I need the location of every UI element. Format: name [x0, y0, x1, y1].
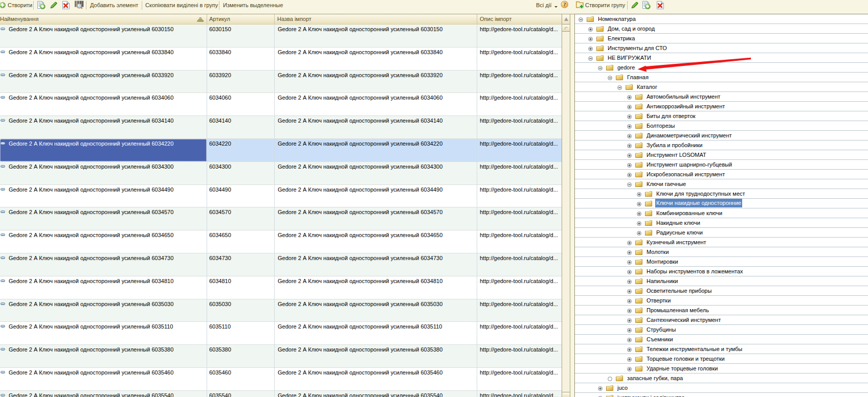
svg-text:?: ? — [563, 1, 566, 7]
